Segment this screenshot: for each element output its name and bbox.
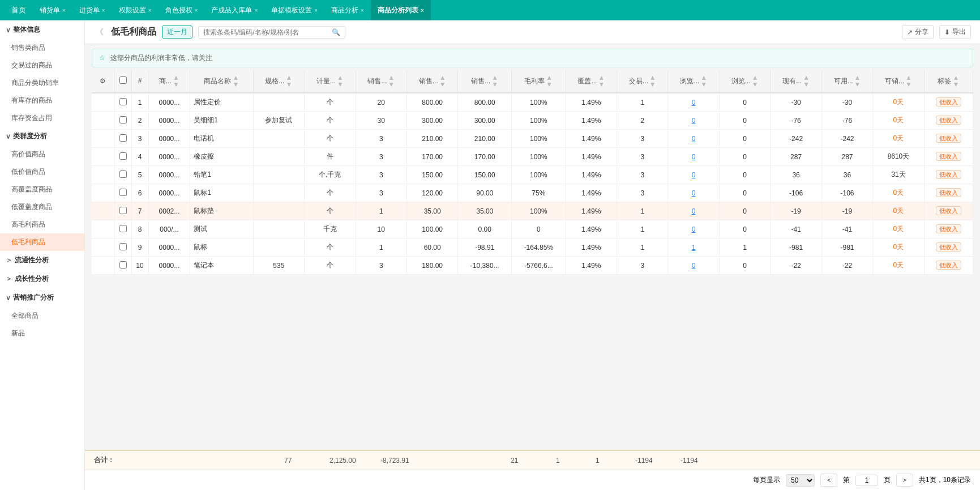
nav-role-auth[interactable]: 角色授权 ×	[159, 0, 205, 20]
th-sales-qty[interactable]: 销售...▲▼	[356, 70, 406, 93]
select-all-checkbox[interactable]	[119, 76, 127, 84]
cell-checkbox[interactable]	[114, 148, 131, 166]
th-browse2[interactable]: 浏览...▲▼	[719, 70, 770, 93]
th-sellable[interactable]: 可销...▲▼	[873, 70, 924, 93]
cell-browse1[interactable]: 0	[668, 130, 719, 148]
cell-tag: 低收入	[924, 112, 973, 130]
th-current-stock[interactable]: 现有...▲▼	[771, 70, 821, 93]
current-page-input[interactable]	[855, 475, 878, 486]
th-browse1[interactable]: 浏览...▲▼	[668, 70, 719, 93]
next-page-button[interactable]: ＞	[896, 474, 913, 487]
cell-browse1[interactable]: 0	[668, 220, 719, 238]
export-button[interactable]: ⬇ 导出	[939, 25, 971, 39]
sidebar-group-cluster[interactable]: ∨ 类群度分析	[0, 127, 84, 146]
cell-browse1[interactable]: 0	[668, 148, 719, 166]
per-page-select[interactable]: 50 20 100	[786, 474, 815, 487]
close-icon[interactable]: ×	[62, 7, 66, 14]
close-icon[interactable]: ×	[421, 7, 424, 14]
row-checkbox[interactable]	[119, 98, 127, 105]
sidebar-item-low-value[interactable]: 低价值商品	[0, 163, 84, 181]
sidebar-item-low-coverage[interactable]: 低覆盖度商品	[0, 198, 84, 216]
row-checkbox[interactable]	[119, 171, 127, 178]
cell-no: 5	[131, 166, 148, 184]
footer-browse1: 1	[556, 457, 596, 465]
sidebar-item-high-coverage[interactable]: 高覆盖度商品	[0, 181, 84, 198]
nav-template-settings[interactable]: 单据模板设置 ×	[264, 0, 324, 20]
cell-browse1[interactable]: 1	[668, 238, 719, 257]
share-button[interactable]: ↗ 分享	[902, 25, 934, 39]
sidebar-item-all-goods[interactable]: 全部商品	[0, 307, 84, 325]
cell-checkbox[interactable]	[114, 202, 131, 220]
sidebar-group-growth[interactable]: ＞ 成长性分析	[0, 270, 84, 288]
row-checkbox[interactable]	[119, 225, 127, 232]
close-icon[interactable]: ×	[102, 7, 105, 14]
filter-tag-recent-month[interactable]: 近一月	[162, 25, 192, 39]
search-input[interactable]	[203, 28, 332, 36]
nav-goods-analysis[interactable]: 商品分析 ×	[324, 0, 371, 20]
sidebar-item-stock-goods[interactable]: 有库存的商品	[0, 92, 84, 109]
sidebar-item-sales-goods[interactable]: 销售类商品	[0, 39, 84, 57]
cell-browse1[interactable]: 0	[668, 184, 719, 202]
th-sales-price[interactable]: 销售...▲▼	[406, 70, 457, 93]
sidebar-group-marketing[interactable]: ∨ 营销推广分析	[0, 288, 84, 307]
sidebar-group-overall[interactable]: ∨ 整体信息	[0, 20, 84, 39]
cell-browse1[interactable]: 0	[668, 202, 719, 220]
cell-browse1[interactable]: 0	[668, 93, 719, 112]
search-box[interactable]: 🔍	[198, 26, 345, 39]
cell-checkbox[interactable]	[114, 238, 131, 257]
cell-checkbox[interactable]	[114, 257, 131, 275]
row-checkbox[interactable]	[119, 261, 127, 269]
th-spec[interactable]: 规格...▲▼	[253, 70, 305, 93]
close-icon[interactable]: ×	[361, 7, 364, 14]
sidebar-item-traded-goods[interactable]: 交易过的商品	[0, 57, 84, 74]
th-code[interactable]: 商...▲▼	[148, 70, 190, 93]
nav-purchase-order[interactable]: 进货单 ×	[72, 0, 112, 20]
th-gross-margin[interactable]: 毛利率▲▼	[512, 70, 566, 93]
nav-product-stock[interactable]: 产成品入库单 ×	[204, 0, 264, 20]
cell-checkbox[interactable]	[114, 220, 131, 238]
data-table-container[interactable]: ⚙ # 商...▲▼ 商品名称▲▼ 规格...▲▼ 计量...▲▼ 销售...▲…	[92, 70, 973, 450]
sidebar-item-high-margin[interactable]: 高毛利商品	[0, 216, 84, 233]
cell-browse1[interactable]: 0	[668, 257, 719, 275]
cell-checkbox[interactable]	[114, 130, 131, 148]
cell-checkbox[interactable]	[114, 166, 131, 184]
nav-home[interactable]: 首页	[5, 0, 33, 20]
cell-checkbox[interactable]	[114, 112, 131, 130]
row-checkbox[interactable]	[119, 207, 127, 214]
cell-checkbox[interactable]	[114, 93, 131, 112]
sidebar-item-stock-capital[interactable]: 库存资金占用	[0, 109, 84, 127]
sidebar-item-low-margin[interactable]: 低毛利商品	[0, 233, 84, 251]
th-available[interactable]: 可用...▲▼	[821, 70, 872, 93]
nav-goods-analysis-list[interactable]: 商品分析列表 ×	[371, 0, 431, 20]
th-name[interactable]: 商品名称▲▼	[190, 70, 253, 93]
sidebar-item-new-goods[interactable]: 新品	[0, 325, 84, 342]
close-icon[interactable]: ×	[148, 7, 152, 14]
export-icon: ⬇	[944, 28, 950, 36]
th-coverage[interactable]: 覆盖...▲▼	[566, 70, 617, 93]
close-icon[interactable]: ×	[314, 7, 318, 14]
prev-page-button[interactable]: ＜	[820, 474, 837, 487]
collapse-sidebar-button[interactable]: 《	[94, 27, 105, 38]
th-sales-amount[interactable]: 销售...▲▼	[458, 70, 512, 93]
th-unit[interactable]: 计量...▲▼	[305, 70, 356, 93]
cell-checkbox[interactable]	[114, 184, 131, 202]
th-settings[interactable]: ⚙	[92, 70, 114, 93]
row-checkbox[interactable]	[119, 152, 127, 160]
cell-browse1[interactable]: 0	[668, 166, 719, 184]
th-tag[interactable]: 标签▲▼	[924, 70, 973, 93]
search-icon[interactable]: 🔍	[332, 28, 340, 36]
row-checkbox[interactable]	[119, 116, 127, 123]
row-checkbox[interactable]	[119, 189, 127, 196]
th-trade-count[interactable]: 交易...▲▼	[617, 70, 668, 93]
sidebar-item-high-value[interactable]: 高价值商品	[0, 146, 84, 163]
nav-sales-order[interactable]: 销货单 ×	[33, 0, 72, 20]
row-checkbox[interactable]	[119, 243, 127, 250]
sidebar-group-flow[interactable]: ＞ 流通性分析	[0, 251, 84, 270]
row-checkbox[interactable]	[119, 134, 127, 142]
th-checkbox[interactable]	[114, 70, 131, 93]
close-icon[interactable]: ×	[254, 7, 258, 14]
nav-permission-settings[interactable]: 权限设置 ×	[112, 0, 159, 20]
close-icon[interactable]: ×	[195, 7, 198, 14]
sidebar-item-category-rate[interactable]: 商品分类助销率	[0, 74, 84, 92]
cell-browse1[interactable]: 0	[668, 112, 719, 130]
